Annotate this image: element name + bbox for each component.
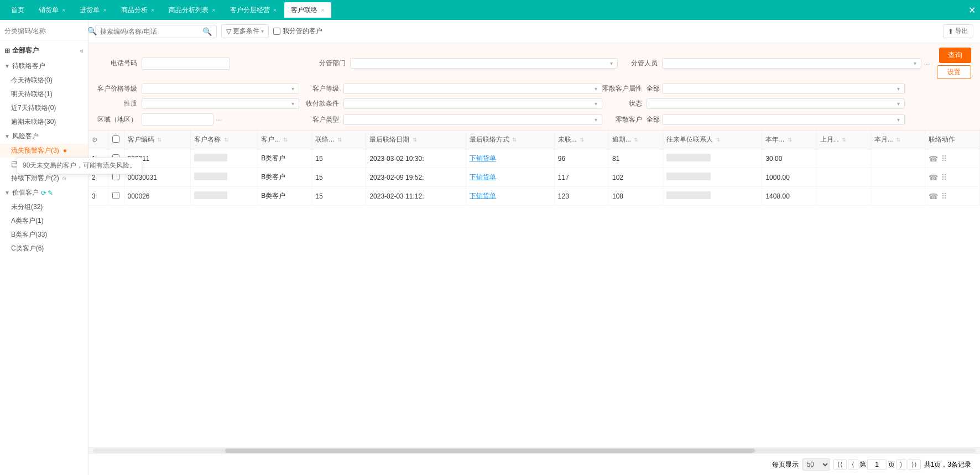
page-number-input[interactable] (867, 459, 887, 470)
cell-last-date: 2023-02-03 11:12: (366, 187, 466, 206)
tab-purchase[interactable]: 进货单 × (73, 2, 113, 18)
filter-dots-region[interactable]: ··· (216, 115, 222, 124)
sidebar-group-risk[interactable]: ▼ 风险客户 (0, 129, 88, 144)
cell-this-year: 1000.00 (762, 168, 816, 187)
filter-select-scatter-attr[interactable]: ▾ (662, 83, 905, 94)
tab-close-product-analysis[interactable]: × (151, 7, 154, 13)
content-area: 🔍 ▽ 更多条件 ▾ 我分管的客户 ⬆ 导出 (88, 20, 980, 475)
action-more-icon-1[interactable]: ⠿ (941, 173, 947, 182)
filter-field-scatter-attr: 零散客户属性 全部 ▾ (602, 83, 905, 94)
my-customers-checkbox-label[interactable]: 我分管的客户 (273, 27, 322, 36)
select-all-checkbox[interactable] (112, 135, 119, 143)
sidebar-item-class-b[interactable]: B类客户(33) (0, 228, 88, 242)
action-phone-icon-2[interactable]: ☎ (929, 192, 938, 201)
cell-uncontacted: 96 (554, 149, 608, 168)
sidebar-item-tomorrow[interactable]: 明天待联络(1) (0, 87, 88, 101)
filter-input-phone[interactable] (142, 58, 230, 70)
more-filters-button[interactable]: ▽ 更多条件 ▾ (221, 24, 269, 38)
filter-label-dept: 分管部门 (306, 59, 350, 68)
sidebar-item-7days[interactable]: 近7天待联络(0) (0, 101, 88, 115)
filter-select-scatter[interactable]: ▾ (662, 114, 905, 125)
th-last-month: 上月... ⇅ (816, 131, 870, 149)
next-page-button[interactable]: ⟩ (896, 459, 906, 470)
sidebar-search-input[interactable] (4, 27, 87, 35)
sidebar-all-customers[interactable]: ⊞ 全部客户 « (0, 43, 88, 59)
horizontal-scrollbar[interactable] (88, 447, 980, 453)
tab-product-list[interactable]: 商品分析列表 × (162, 2, 222, 18)
action-phone-icon-1[interactable]: ☎ (929, 173, 938, 182)
settings-gear-icon[interactable]: ⚙ (92, 136, 98, 144)
sidebar-item-today[interactable]: 今天待联络(0) (0, 74, 88, 87)
search-icon[interactable]: 🔍 (202, 27, 212, 36)
filter-label-customer-level: 客户等级 (299, 84, 343, 93)
action-more-icon-0[interactable]: ⠿ (941, 154, 947, 163)
last-method-link-2[interactable]: 下销货单 (470, 192, 496, 200)
th-name: 客户名称 ⇅ (191, 131, 258, 149)
sidebar-item-churn-warning[interactable]: 流失预警客户(3) ● (0, 144, 88, 158)
sidebar-item-overdue[interactable]: 逾期未联络(30) (0, 115, 88, 129)
tab-close-customer-contact[interactable]: × (321, 7, 324, 13)
tab-close-sales[interactable]: × (62, 7, 65, 13)
filter-select-nature[interactable]: ▾ (142, 98, 299, 109)
tab-close-purchase[interactable]: × (103, 7, 106, 13)
tab-customer-contact[interactable]: 客户联络 × (284, 2, 331, 18)
prev-page-button[interactable]: ⟨ (848, 459, 858, 470)
filter-select-customer-type[interactable]: ▾ (343, 114, 602, 125)
th-this-month: 本月... ⇅ (870, 131, 925, 149)
sidebar-search-icon[interactable]: 🔍 (87, 27, 97, 35)
sort-icon-year: ⇅ (788, 137, 792, 143)
filter-label-status: 状态 (602, 99, 647, 108)
filter-label-customer-type: 客户类型 (299, 115, 343, 124)
cell-last-method[interactable]: 下销货单 (466, 187, 554, 206)
last-method-link-1[interactable]: 下销货单 (470, 173, 496, 181)
total-label: 共1页，3条记录 (924, 460, 971, 469)
cell-last-method[interactable]: 下销货单 (466, 149, 554, 168)
sidebar-item-unclassified[interactable]: 未分组(32) (0, 200, 88, 214)
collapse-icon[interactable]: « (80, 47, 84, 55)
cell-last-date: 2023-03-02 10:30: (366, 149, 466, 168)
query-button[interactable]: 查询 (939, 48, 971, 63)
action-phone-icon-0[interactable]: ☎ (929, 154, 938, 163)
settings-button[interactable]: 设置 (937, 65, 971, 79)
scrollbar-thumb[interactable] (225, 448, 755, 453)
filter-select-customer-level[interactable]: ▾ (343, 83, 602, 94)
cell-last-month (816, 168, 870, 187)
tab-sales[interactable]: 销货单 × (32, 2, 72, 18)
sort-icon-contact: ⇅ (337, 137, 342, 143)
filter-select-payment[interactable]: ▾ (343, 98, 602, 109)
sidebar-group-pending[interactable]: ▼ 待联络客户 (0, 59, 88, 74)
tab-close-product-list[interactable]: × (212, 7, 215, 13)
last-method-link-0[interactable]: 下销货单 (470, 154, 496, 162)
cell-last-method[interactable]: 下销货单 (466, 168, 554, 187)
filter-select-status[interactable]: ▾ (647, 98, 905, 109)
close-window-button[interactable]: ✕ (968, 5, 976, 15)
sidebar-group-value[interactable]: ▼ 价值客户 ⟳ ✎ (0, 185, 88, 200)
filter-select-price-level[interactable]: ▾ (142, 83, 299, 94)
sidebar-item-class-a[interactable]: A类客户(1) (0, 214, 88, 228)
cell-checkbox[interactable] (108, 187, 124, 206)
filter-dots-manager[interactable]: ··· (924, 59, 930, 68)
sidebar-item-class-c[interactable]: C类客户(6) (0, 242, 88, 255)
search-input-wrap: 🔍 (95, 25, 217, 38)
search-input[interactable] (100, 28, 202, 35)
tab-home[interactable]: 首页 (4, 2, 31, 18)
row-checkbox-2[interactable] (112, 192, 119, 199)
last-page-button[interactable]: ⟩⟩ (908, 459, 921, 470)
export-button[interactable]: ⬆ 导出 (943, 24, 973, 38)
tab-close-customer-layer[interactable]: × (273, 7, 277, 13)
per-page-select[interactable]: 50 100 200 (802, 458, 830, 471)
filter-input-region[interactable] (142, 113, 213, 126)
action-more-icon-2[interactable]: ⠿ (941, 192, 947, 201)
filter-row-3: 性质 ▾ 收付款条件 ▾ 状态 (97, 98, 971, 109)
filter-select-dept[interactable]: ▾ (350, 58, 618, 69)
filter-row-4: 区域（地区） ··· 客户类型 ▾ 零散客户 全部 ▾ (97, 113, 971, 126)
filter-select-manager[interactable]: ▾ (662, 58, 921, 69)
filter-right-actions: 查询 设置 (930, 48, 971, 79)
first-page-button[interactable]: ⟨⟨ (833, 459, 847, 470)
filter-label-payment: 收付款条件 (299, 99, 343, 108)
tab-customer-layer[interactable]: 客户分层经营 × (223, 2, 283, 18)
cell-overdue: 102 (608, 168, 663, 187)
tab-product-analysis[interactable]: 商品分析 × (114, 2, 161, 18)
filter-field-phone: 电话号码 (97, 58, 306, 70)
my-customers-checkbox[interactable] (273, 28, 280, 35)
